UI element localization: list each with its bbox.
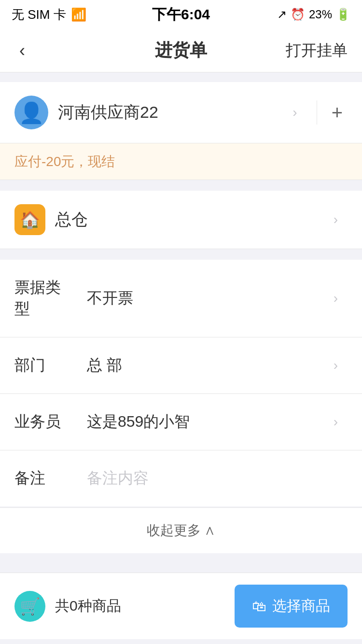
- select-product-label: 选择商品: [272, 596, 330, 616]
- avatar: 👤: [14, 96, 48, 129]
- invoice-type-value: 不开票: [87, 288, 334, 309]
- status-right: ↗ ⏰ 23% 🔋: [277, 8, 350, 21]
- notice-banner: 应付-20元，现结: [0, 143, 362, 180]
- form-section: 票据类型 不开票 › 部门 总 部 › 业务员 这是859的小智 › 备注 备注…: [0, 260, 362, 506]
- chevron-right-icon: ›: [334, 291, 338, 306]
- battery-icon: 🔋: [336, 8, 350, 21]
- salesperson-value: 这是859的小智: [87, 411, 334, 433]
- section-gap-4: [0, 553, 362, 563]
- department-value: 总 部: [87, 355, 334, 376]
- product-icon: 🛒: [14, 591, 45, 622]
- open-pending-button[interactable]: 打开挂单: [286, 40, 348, 61]
- battery-text: 23%: [309, 8, 332, 21]
- collapse-label: 收起更多 ∧: [147, 521, 216, 540]
- department-row[interactable]: 部门 总 部 ›: [0, 337, 362, 394]
- warehouse-row[interactable]: 🏠 总仓 ›: [0, 191, 362, 249]
- invoice-type-label: 票据类型: [14, 277, 72, 320]
- warehouse-name: 总仓: [55, 209, 334, 231]
- section-gap-3: [0, 249, 362, 259]
- notice-text: 应付-20元，现结: [14, 154, 115, 169]
- chevron-right-icon: ›: [334, 414, 338, 430]
- invoice-type-row[interactable]: 票据类型 不开票 ›: [0, 260, 362, 337]
- section-gap-2: [0, 180, 362, 190]
- content-area: [0, 639, 362, 644]
- back-button[interactable]: ‹: [14, 36, 30, 66]
- alarm-icon: ⏰: [291, 8, 305, 21]
- note-row[interactable]: 备注 备注内容: [0, 450, 362, 506]
- add-supplier-button[interactable]: +: [327, 102, 348, 124]
- cart-icon: 🛒: [20, 597, 40, 616]
- supplier-row[interactable]: 👤 河南供应商22 › +: [0, 82, 362, 143]
- supplier-name: 河南供应商22: [58, 101, 292, 124]
- nav-bar: ‹ 进货单 打开挂单: [0, 29, 362, 72]
- note-label: 备注: [14, 468, 72, 489]
- location-icon: ↗: [277, 8, 287, 21]
- collapse-button[interactable]: 收起更多 ∧: [0, 507, 362, 553]
- note-input[interactable]: 备注内容: [87, 468, 348, 489]
- select-product-icon: 🛍: [252, 598, 266, 615]
- status-carrier: 无 SIM 卡 📶: [12, 6, 86, 23]
- section-gap-1: [0, 72, 362, 82]
- carrier-text: 无 SIM 卡: [12, 6, 66, 23]
- wifi-icon: 📶: [71, 7, 86, 22]
- department-label: 部门: [14, 355, 72, 376]
- chevron-right-icon: ›: [334, 358, 338, 373]
- page-title: 进货单: [155, 39, 207, 62]
- supplier-divider: [317, 100, 317, 125]
- select-product-button[interactable]: 🛍 选择商品: [235, 585, 348, 628]
- product-count: 共0种商品: [55, 596, 235, 616]
- salesperson-row[interactable]: 业务员 这是859的小智 ›: [0, 394, 362, 450]
- status-bar: 无 SIM 卡 📶 下午6:04 ↗ ⏰ 23% 🔋: [0, 0, 362, 29]
- chevron-right-icon: ›: [334, 212, 338, 227]
- avatar-icon: 👤: [19, 101, 44, 125]
- chevron-right-icon: ›: [292, 105, 297, 120]
- status-time: 下午6:04: [152, 5, 210, 25]
- salesperson-label: 业务员: [14, 411, 72, 433]
- warehouse-icon: 🏠: [14, 204, 45, 235]
- bottom-bar: 🛒 共0种商品 🛍 选择商品: [0, 573, 362, 639]
